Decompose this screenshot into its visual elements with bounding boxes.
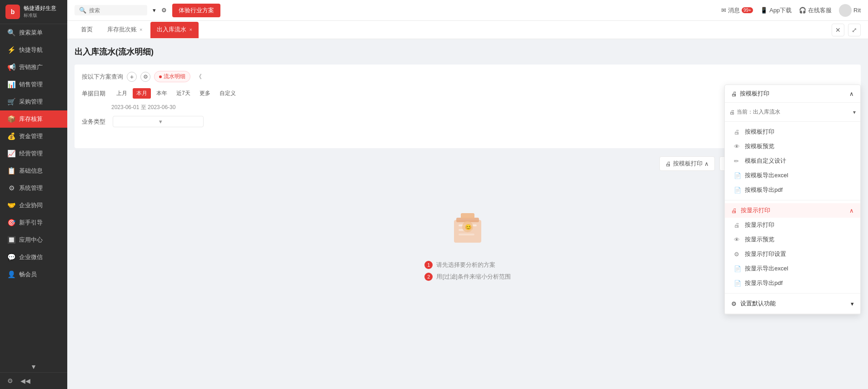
- dp-display-excel[interactable]: 📄 按显示导出excel: [725, 261, 860, 276]
- print-btn-label: 按模板打印: [673, 160, 703, 168]
- topbar-dropdown-icon[interactable]: ▾: [153, 7, 156, 14]
- topbar-search-input[interactable]: [89, 7, 135, 14]
- step-1-text: 请先选择要分析的方案: [436, 261, 495, 269]
- dropdown-collapse-icon[interactable]: ∧: [849, 90, 854, 97]
- default-group-header[interactable]: ⚙ 设置默认功能 ▾: [725, 296, 860, 311]
- user-menu-btn[interactable]: Rit: [839, 4, 861, 17]
- sidebar-item-basic[interactable]: 📋 基础信息: [0, 162, 67, 180]
- display-print-group-header[interactable]: 🖨 按显示打印 ∧: [725, 203, 860, 218]
- sidebar-item-search[interactable]: 🔍 搜索菜单: [0, 24, 67, 41]
- app-download-label: App下载: [769, 6, 792, 15]
- search-icon: 🔍: [7, 29, 15, 37]
- sidebar-item-operation[interactable]: 📈 经营管理: [0, 145, 67, 162]
- empty-illustration: 😊: [445, 206, 490, 252]
- sidebar-nav: 🔍 搜索菜单 ⚡ 快捷导航 📢 营销推广 📊 销售管理 🛒 采购管理 📦 库存核…: [0, 24, 67, 361]
- topbar-settings-icon[interactable]: ⚙: [161, 7, 167, 14]
- display-print-section: 🖨 按显示打印 ∧ 🖨 按显示打印 👁 按显示预览 ⚙ 按显示打印设置: [725, 200, 860, 294]
- dp-template-print[interactable]: 🖨 按模板打印: [725, 125, 860, 139]
- app-download-btn[interactable]: 📱 App下载: [760, 6, 792, 15]
- sidebar-item-purchase[interactable]: 🛒 采购管理: [0, 93, 67, 110]
- headset-icon: 🎧: [799, 7, 806, 14]
- date-tab-last-month[interactable]: 上月: [113, 88, 131, 99]
- sidebar-item-system[interactable]: ⚙ 系统管理: [0, 180, 67, 197]
- sidebar-bottom: ⚙ ◀◀: [0, 372, 67, 389]
- default-label: 设置默认功能: [740, 299, 776, 308]
- sidebar-item-sales[interactable]: 📊 销售管理: [0, 76, 67, 93]
- dp-display-excel-icon: 📄: [734, 265, 741, 272]
- filter-active-tag[interactable]: 流水明细: [154, 71, 190, 82]
- dp-template-preview[interactable]: 👁 按模板预览: [725, 139, 860, 154]
- filter-add-btn[interactable]: +: [127, 72, 137, 82]
- dropdown-header-left: 🖨 按模板打印: [731, 90, 769, 98]
- scroll-down-arrow[interactable]: ▼: [0, 361, 67, 372]
- date-tab-more[interactable]: 更多: [196, 88, 214, 99]
- dp-display-print[interactable]: 🖨 按显示打印: [725, 218, 860, 232]
- topbar-search-box[interactable]: 🔍: [75, 5, 147, 15]
- dp-template-pdf[interactable]: 📄 按模板导出pdf: [725, 183, 860, 197]
- sidebar-item-marketing[interactable]: 📢 营销推广: [0, 59, 67, 76]
- expand-icon: ⤢: [852, 26, 857, 34]
- print-btn[interactable]: 🖨 按模板打印 ∧: [659, 156, 715, 171]
- industry-btn[interactable]: 体验行业方案: [172, 4, 220, 17]
- display-print-header-left: 🖨 按显示打印: [731, 206, 770, 214]
- sidebar-settings-icon[interactable]: ⚙: [7, 377, 13, 384]
- sidebar-item-operation-label: 经营管理: [19, 150, 43, 158]
- tab-in-out-flow-close[interactable]: ×: [189, 27, 192, 32]
- app-logo-icon: b: [5, 5, 20, 19]
- dp-pdf-icon: 📄: [734, 187, 741, 194]
- tabbar: 首页 库存批次账 × 出入库流水 × ✕ ⤢: [67, 21, 868, 39]
- message-btn[interactable]: ✉ 消息 99+: [721, 6, 753, 15]
- tab-home[interactable]: 首页: [75, 22, 99, 38]
- topbar-right: ✉ 消息 99+ 📱 App下载 🎧 在线客服 Rit: [721, 4, 861, 17]
- sidebar-item-enterprise-wechat[interactable]: 💬 企业微信: [0, 249, 67, 266]
- dp-template-excel-label: 按模板导出excel: [745, 171, 788, 180]
- dp-preview-icon: 👁: [734, 143, 741, 150]
- default-icon: ⚙: [731, 300, 737, 307]
- close-icon: ✕: [835, 26, 841, 34]
- sidebar-collapse-icon[interactable]: ◀◀: [20, 377, 30, 384]
- dp-display-pdf[interactable]: 📄 按显示导出pdf: [725, 276, 860, 290]
- tab-in-out-flow[interactable]: 出入库流水 ×: [150, 22, 198, 38]
- current-label: 当前：出入库流水: [737, 108, 780, 116]
- chart-icon: 📊: [7, 80, 15, 89]
- tab-batch-account[interactable]: 库存批次账 ×: [101, 22, 149, 38]
- business-type-select[interactable]: ▾: [113, 116, 204, 127]
- sidebar-item-finance[interactable]: 💰 资金管理: [0, 128, 67, 145]
- apps-icon: 🔲: [7, 236, 15, 244]
- dp-template-excel[interactable]: 📄 按模板导出excel: [725, 168, 860, 183]
- dp-template-custom[interactable]: ✏ 模板自定义设计: [725, 154, 860, 168]
- date-tab-this-year[interactable]: 本年: [153, 88, 171, 99]
- sidebar-logo: b 畅捷通好生意 标准版: [0, 0, 67, 24]
- date-tab-custom[interactable]: 自定义: [216, 88, 239, 99]
- step-1-num: 1: [424, 261, 433, 269]
- dp-template-custom-label: 模板自定义设计: [745, 157, 786, 165]
- online-service-btn[interactable]: 🎧 在线客服: [799, 6, 832, 15]
- sidebar-item-app-center[interactable]: 🔲 应用中心: [0, 231, 67, 249]
- tab-close-all-btn[interactable]: ✕: [832, 24, 844, 36]
- tab-batch-account-label: 库存批次账: [107, 25, 137, 34]
- dp-display-preview-icon: 👁: [734, 236, 741, 243]
- dp-display-preview[interactable]: 👁 按显示预览: [725, 232, 860, 247]
- dropdown-current-item[interactable]: 🖨 当前：出入库流水 ▾: [725, 105, 860, 119]
- tab-expand-btn[interactable]: ⤢: [848, 24, 861, 36]
- dp-display-print-settings[interactable]: ⚙ 按显示打印设置: [725, 247, 860, 261]
- topbar: 🔍 ▾ ⚙ 体验行业方案 ✉ 消息 99+ 📱 App下载 🎧 在线客服 Rit: [67, 0, 868, 21]
- filter-collapse-btn[interactable]: 《: [196, 73, 202, 81]
- tab-batch-account-close[interactable]: ×: [140, 27, 142, 32]
- date-tab-last-7[interactable]: 近7天: [173, 88, 194, 99]
- template-print-section: 🖨 按模板打印 👁 按模板预览 ✏ 模板自定义设计 📄 按模板导出excel 📄: [725, 122, 860, 200]
- filter-settings-btn[interactable]: ⚙: [140, 72, 150, 82]
- sidebar-item-member[interactable]: 👤 畅会员: [0, 266, 67, 283]
- tabbar-right: ✕ ⤢: [832, 24, 861, 36]
- date-tabs: 上月 本月 本年 近7天 更多 自定义: [113, 88, 239, 99]
- display-group-icon: 🖨: [731, 207, 737, 214]
- tag-dot: [159, 75, 162, 78]
- sidebar-item-inventory[interactable]: 📦 库存核算: [0, 110, 67, 128]
- dp-print-icon: 🖨: [734, 129, 741, 135]
- sidebar-item-guide[interactable]: 🎯 新手引导: [0, 214, 67, 231]
- lightning-icon: ⚡: [7, 46, 15, 54]
- date-tab-this-month[interactable]: 本月: [133, 88, 151, 99]
- sidebar-item-quick-nav[interactable]: ⚡ 快捷导航: [0, 41, 67, 59]
- sidebar-item-cooperation[interactable]: 🤝 企业协同: [0, 197, 67, 214]
- dp-display-settings-label: 按显示打印设置: [745, 250, 786, 258]
